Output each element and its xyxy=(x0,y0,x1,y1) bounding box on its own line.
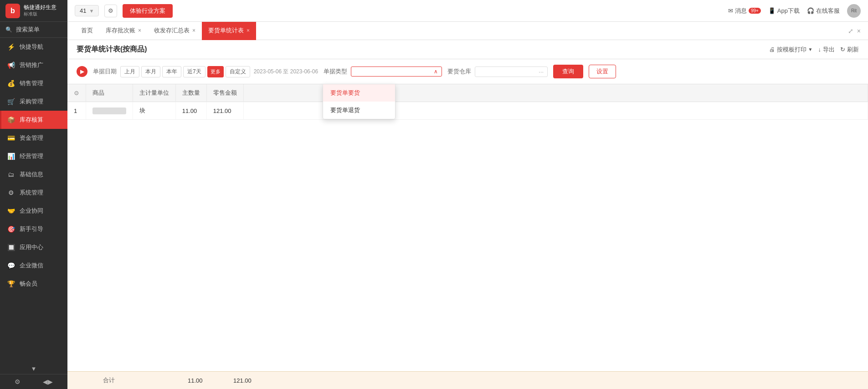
sidebar-search-btn[interactable]: 🔍 搜索菜单 xyxy=(0,22,67,38)
enterprise-icon: 🤝 xyxy=(7,207,15,215)
sidebar-item-guide[interactable]: 🎯 新手引导 xyxy=(0,220,67,238)
refresh-icon: ↻ xyxy=(840,46,845,53)
sidebar-item-inventory[interactable]: 📦 库存核算 xyxy=(0,111,67,129)
inventory-icon: 📦 xyxy=(7,116,15,123)
type-select[interactable]: ∧ xyxy=(351,67,442,77)
date-filter-group: 单据日期 上月 本月 本年 近7天 更多 自定义 2023-05-06 至 20… xyxy=(93,66,318,77)
sidebar-item-quick-nav[interactable]: ⚡ 快捷导航 xyxy=(0,38,67,56)
content-area: 要货单统计表(按商品) 🖨 按模板打印 ▼ ↓ 导出 ↻ 刷新 xyxy=(67,40,868,389)
tab-order-stats[interactable]: 要货单统计表 × xyxy=(202,22,256,40)
tabs-bar: 首页 库存批次账 × 收发存汇总表 × 要货单统计表 × ⤢ × xyxy=(67,22,868,40)
app-center-icon: 🔲 xyxy=(7,244,15,251)
dropdown-item-order-return[interactable]: 要货单退货 xyxy=(323,102,395,119)
support-btn[interactable]: 🎧 在线客服 xyxy=(807,7,840,15)
sidebar-item-basic[interactable]: 🗂 基础信息 xyxy=(0,165,67,184)
messages-btn[interactable]: ✉ 消息 99+ xyxy=(728,7,761,15)
purchase-icon: 🛒 xyxy=(7,98,15,105)
sidebar-item-label: 采购管理 xyxy=(20,97,43,106)
sidebar-item-sales[interactable]: 💰 销售管理 xyxy=(0,74,67,92)
date-btn-this-year[interactable]: 本年 xyxy=(162,66,181,77)
date-btn-this-month[interactable]: 本月 xyxy=(141,66,160,77)
sidebar-item-members[interactable]: 🏆 畅会员 xyxy=(0,275,67,293)
trial-btn[interactable]: 体验行业方案 xyxy=(123,4,173,18)
query-btn[interactable]: 查询 xyxy=(553,65,583,78)
sidebar-item-label: 经营管理 xyxy=(20,152,43,160)
app-download-btn[interactable]: 📱 App下载 xyxy=(768,7,800,15)
row-index: 1 xyxy=(67,102,86,120)
members-icon: 🏆 xyxy=(7,280,15,287)
sidebar-item-finance[interactable]: 💳 资金管理 xyxy=(0,129,67,147)
sidebar-logo: b xyxy=(5,4,20,18)
row-unit: 块 xyxy=(133,102,175,120)
topbar-settings-btn[interactable]: ⚙ xyxy=(104,5,117,17)
page-header: 要货单统计表(按商品) 🖨 按模板打印 ▼ ↓ 导出 ↻ 刷新 xyxy=(67,40,868,59)
sidebar-item-label: 应用中心 xyxy=(20,243,43,251)
tab-batch-account-label: 库存批次账 xyxy=(106,26,135,35)
message-icon: ✉ xyxy=(728,7,733,14)
sidebar-scroll-down[interactable]: ▼ xyxy=(0,363,67,374)
chevron-up-icon: ∧ xyxy=(434,68,438,75)
sidebar-items-list: ⚡ 快捷导航 📢 营销推广 💰 销售管理 🛒 采购管理 📦 库存核算 💳 资金管… xyxy=(0,38,67,363)
type-filter-group: 单据类型 ∧ xyxy=(324,67,442,77)
refresh-label: 刷新 xyxy=(847,46,859,54)
tab-close-icon[interactable]: × xyxy=(192,27,195,34)
tab-order-stats-label: 要货单统计表 xyxy=(208,26,244,35)
sidebar-collapse-btn[interactable]: ◀▶ xyxy=(43,378,53,385)
warehouse-select[interactable]: ··· xyxy=(475,67,548,77)
sidebar-settings-btn[interactable]: ⚙ xyxy=(15,378,21,385)
sidebar-item-enterprise[interactable]: 🤝 企业协同 xyxy=(0,202,67,220)
tab-batch-account[interactable]: 库存批次账 × xyxy=(99,22,148,40)
sidebar-item-corp-wechat[interactable]: 💬 企业微信 xyxy=(0,256,67,275)
date-btn-more[interactable]: 更多 xyxy=(207,66,224,77)
sidebar-item-purchase[interactable]: 🛒 采购管理 xyxy=(0,92,67,111)
tab-home[interactable]: 首页 xyxy=(75,22,99,40)
sidebar-item-marketing[interactable]: 📢 营销推广 xyxy=(0,56,67,74)
type-label: 单据类型 xyxy=(324,67,347,76)
tab-close-icon[interactable]: × xyxy=(138,27,141,34)
col-settings: ⚙ xyxy=(67,84,86,102)
sidebar-item-operation[interactable]: 📊 经营管理 xyxy=(0,147,67,165)
sidebar-item-system[interactable]: ⚙ 系统管理 xyxy=(0,184,67,202)
tabs-expand-btn[interactable]: ⤢ × xyxy=(848,27,861,35)
topbar: 41 ▼ ⚙ 体验行业方案 ✉ 消息 99+ 📱 App下载 🎧 在线客服 xyxy=(67,0,868,22)
warehouse-filter-group: 要货仓库 ··· xyxy=(447,67,548,77)
user-avatar[interactable]: Rit xyxy=(847,4,861,18)
sales-icon: 💰 xyxy=(7,80,15,87)
table-settings-icon[interactable]: ⚙ xyxy=(74,90,79,97)
sidebar-footer: ⚙ ◀▶ xyxy=(0,374,67,389)
filter-settings-btn[interactable]: 设置 xyxy=(589,65,616,78)
export-btn[interactable]: ↓ 导出 xyxy=(818,46,835,54)
company-selector[interactable]: 41 ▼ xyxy=(75,5,99,16)
print-btn[interactable]: 🖨 按模板打印 ▼ xyxy=(769,46,813,54)
footer-quantity: 11.00 xyxy=(188,377,233,384)
page-actions: 🖨 按模板打印 ▼ ↓ 导出 ↻ 刷新 xyxy=(769,46,859,54)
sidebar-item-app-center[interactable]: 🔲 应用中心 xyxy=(0,238,67,256)
table-footer: 合计 11.00 121.00 xyxy=(67,371,868,389)
support-label: 在线客服 xyxy=(816,7,840,15)
filter-expand-btn[interactable]: ▶ xyxy=(77,66,87,77)
main-area: 41 ▼ ⚙ 体验行业方案 ✉ 消息 99+ 📱 App下载 🎧 在线客服 xyxy=(67,0,868,389)
date-btn-last-7days[interactable]: 近7天 xyxy=(183,66,205,77)
tab-receive-summary[interactable]: 收发存汇总表 × xyxy=(148,22,202,40)
sidebar-item-label: 企业微信 xyxy=(20,261,43,270)
chevron-down-icon: ▼ xyxy=(808,47,813,52)
sidebar: b 畅捷通好生意 标准版 🔍 搜索菜单 ⚡ 快捷导航 📢 营销推广 💰 销售管理… xyxy=(0,0,67,389)
refresh-btn[interactable]: ↻ 刷新 xyxy=(840,46,859,54)
date-btn-custom[interactable]: 自定义 xyxy=(226,66,250,77)
row-product: ████████ xyxy=(86,102,133,120)
tab-close-icon[interactable]: × xyxy=(247,27,250,34)
sidebar-item-label: 企业协同 xyxy=(20,207,43,215)
sidebar-item-label: 库存核算 xyxy=(20,116,43,124)
app-download-label: App下载 xyxy=(777,7,800,15)
col-quantity: 主数量 xyxy=(175,84,206,102)
topbar-left: 41 ▼ ⚙ 体验行业方案 xyxy=(75,4,728,18)
sidebar-item-label: 新手引导 xyxy=(20,225,43,233)
date-btn-last-month[interactable]: 上月 xyxy=(120,66,139,77)
expand-icon: ⤢ xyxy=(848,27,853,35)
dropdown-item-order-purchase[interactable]: 要货单要货 xyxy=(323,84,395,102)
col-product: 商品 xyxy=(86,84,133,102)
sidebar-header: b 畅捷通好生意 标准版 xyxy=(0,0,67,22)
basic-icon: 🗂 xyxy=(7,171,15,178)
guide-icon: 🎯 xyxy=(7,225,15,233)
close-icon: × xyxy=(857,27,861,35)
